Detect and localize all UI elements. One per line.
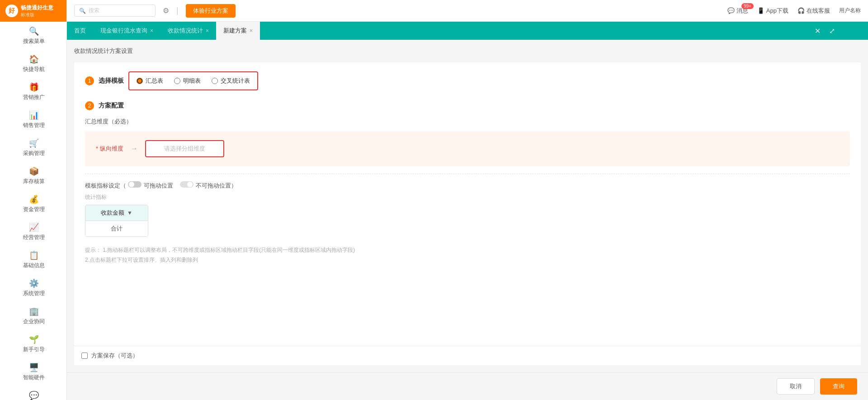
template-options: 汇总表 明细表 交叉统计表 xyxy=(128,71,258,90)
sidebar-item-sales[interactable]: 📊 销售管理 xyxy=(0,106,66,134)
dimension-selector[interactable]: 请选择分组维度 xyxy=(145,140,224,157)
message-btn[interactable]: 💬 消息 99+ xyxy=(727,7,748,15)
service-icon: 🎧 xyxy=(797,7,805,14)
operations-icon: 📈 xyxy=(29,222,39,232)
stats-table: 收款金额 ▼ 合计 xyxy=(85,205,148,237)
radio-detail-label: 明细表 xyxy=(183,77,201,85)
step1-header: 1 选择模板 汇总表 明细表 交叉统计表 xyxy=(85,71,850,90)
sidebar-item-inventory[interactable]: 📦 库存核算 xyxy=(0,162,66,190)
industry-btn[interactable]: 体验行业方案 xyxy=(186,4,236,18)
radio-detail[interactable]: 明细表 xyxy=(174,77,201,85)
metrics-header: 模板指标设定（ 可拖动位置 不可拖动位置） xyxy=(85,181,850,190)
step2-header: 2 方案配置 xyxy=(85,101,850,110)
sidebar-item-guide[interactable]: 🌱 新手引导 xyxy=(0,330,66,358)
logo-icon: 好 xyxy=(5,5,18,17)
stats-table-container: 统计指标 收款金额 ▼ 合计 xyxy=(85,193,850,238)
user-info[interactable]: 用户名称 xyxy=(839,7,861,14)
sidebar-nav: 🔍 搜索菜单 🏠 快捷导航 🎁 营销推广 📊 销售管理 🛒 采购管理 📦 库存核… xyxy=(0,22,66,400)
stats-table-total: 合计 xyxy=(85,221,148,236)
message-icon: 💬 xyxy=(727,7,735,14)
main-card: 1 选择模板 汇总表 明细表 交叉统计表 xyxy=(74,62,861,346)
search-icon: 🔍 xyxy=(79,8,86,14)
radio-cross-label: 交叉统计表 xyxy=(221,77,250,85)
step1-title: 选择模板 xyxy=(99,77,124,85)
radio-cross-input[interactable] xyxy=(212,78,218,84)
sidebar-item-label: 采购管理 xyxy=(23,150,45,157)
close-window-btn[interactable]: ✕ xyxy=(812,25,823,36)
tab-new-plan-close[interactable]: × xyxy=(250,28,253,34)
sidebar-item-label: 智能硬件 xyxy=(23,374,45,381)
user-name: 用户名称 xyxy=(839,7,861,14)
tab-bank[interactable]: 现金银行流水查询 × xyxy=(93,22,160,40)
save-option: 方案保存（可选） xyxy=(74,346,861,365)
search-nav-icon: 🔍 xyxy=(29,26,39,36)
app-icon: 📱 xyxy=(757,7,764,14)
tab-home[interactable]: 首页 xyxy=(67,22,93,40)
sidebar-item-finance[interactable]: 💰 资金管理 xyxy=(0,190,66,218)
sidebar-item-label: 资金管理 xyxy=(23,206,45,213)
sidebar-item-basic[interactable]: 📋 基础信息 xyxy=(0,246,66,274)
purchase-icon: 🛒 xyxy=(29,138,39,148)
tip1-text: 提示： 1.拖动标题栏可以调整布局，不可跨维度或指标区域拖动栏目字段(只能在同一… xyxy=(85,245,850,255)
topbar: 🔍 搜索 ⚙ | 体验行业方案 💬 消息 99+ 📱 App下载 🎧 在线客服 … xyxy=(67,0,868,22)
sidebar-item-marketing[interactable]: 🎁 营销推广 xyxy=(0,78,66,106)
maximize-btn[interactable]: ⤢ xyxy=(826,25,837,36)
topbar-search-box[interactable]: 🔍 搜索 xyxy=(74,5,156,17)
topbar-right: 💬 消息 99+ 📱 App下载 🎧 在线客服 用户名称 xyxy=(727,7,861,15)
sidebar-item-system[interactable]: ⚙️ 系统管理 xyxy=(0,274,66,302)
tab-bar: 首页 现金银行流水查询 × 收款情况统计 × 新建方案 × ✕ ⤢ xyxy=(67,22,868,40)
radio-detail-input[interactable] xyxy=(174,78,180,84)
save-label: 方案保存（可选） xyxy=(91,352,138,360)
save-checkbox[interactable] xyxy=(81,353,88,359)
topbar-gear[interactable]: ⚙ xyxy=(163,6,169,15)
step2-section: 2 方案配置 汇总维度（必选） 纵向维度 → 请选择分组维度 xyxy=(85,101,850,265)
guide-icon: 🌱 xyxy=(29,334,39,344)
message-count: 99+ xyxy=(741,3,754,9)
tab-collection-close[interactable]: × xyxy=(206,28,209,34)
tab-new-plan-label: 新建方案 xyxy=(223,27,247,35)
tab-collection[interactable]: 收款情况统计 × xyxy=(160,22,216,40)
radio-summary-input[interactable] xyxy=(137,78,143,84)
radio-cross[interactable]: 交叉统计表 xyxy=(212,77,250,85)
dimension-row: 纵向维度 → 请选择分组维度 xyxy=(96,140,839,157)
sidebar: 好 畅捷通好生意 标准版 🔍 搜索菜单 🏠 快捷导航 🎁 营销推广 📊 销售管理… xyxy=(0,0,67,400)
finance-icon: 💰 xyxy=(29,194,39,204)
home-icon: 🏠 xyxy=(29,54,39,64)
sidebar-item-purchase[interactable]: 🛒 采购管理 xyxy=(0,134,66,162)
dimension-section-label: 汇总维度（必选） xyxy=(85,118,850,126)
arrow-icon: → xyxy=(131,145,138,153)
page-title: 收款情况统计方案设置 xyxy=(74,47,861,55)
sidebar-item-nav[interactable]: 🏠 快捷导航 xyxy=(0,50,66,78)
sidebar-item-label: 快捷导航 xyxy=(23,66,45,73)
sidebar-item-wechat[interactable]: 💬 企业微信 xyxy=(0,386,66,400)
footer-actions: 取消 查询 xyxy=(67,372,868,400)
sidebar-item-label: 基础信息 xyxy=(23,262,45,269)
query-button[interactable]: 查询 xyxy=(820,378,857,395)
sidebar-item-label: 搜索菜单 xyxy=(23,38,45,45)
cancel-button[interactable]: 取消 xyxy=(777,378,815,395)
tab-new-plan[interactable]: 新建方案 × xyxy=(216,22,260,40)
sales-icon: 📊 xyxy=(29,110,39,120)
tabs-actions: ✕ ⤢ xyxy=(812,25,841,36)
chevron-down-icon[interactable]: ▼ xyxy=(127,210,132,216)
divider: | xyxy=(176,6,179,15)
sidebar-item-operations[interactable]: 📈 经营管理 xyxy=(0,218,66,246)
sidebar-item-search[interactable]: 🔍 搜索菜单 xyxy=(0,22,66,50)
radio-summary[interactable]: 汇总表 xyxy=(137,77,163,85)
vertical-label: 纵向维度 xyxy=(96,145,123,153)
sidebar-item-label: 企业协同 xyxy=(23,318,45,325)
basic-icon: 📋 xyxy=(29,250,39,260)
stats-section-title: 统计指标 xyxy=(85,193,850,201)
tab-bank-close[interactable]: × xyxy=(150,28,153,34)
sidebar-item-label: 销售管理 xyxy=(23,122,45,129)
tab-bank-label: 现金银行流水查询 xyxy=(100,27,147,35)
app-download-btn[interactable]: 📱 App下载 xyxy=(757,7,788,15)
sidebar-item-label: 经营管理 xyxy=(23,234,45,241)
sidebar-item-enterprise[interactable]: 🏢 企业协同 xyxy=(0,302,66,330)
no-drag-indicator xyxy=(180,181,193,188)
service-label: 在线客服 xyxy=(807,7,830,15)
sidebar-item-hardware[interactable]: 🖥️ 智能硬件 xyxy=(0,358,66,386)
sidebar-item-label: 系统管理 xyxy=(23,290,45,297)
sidebar-item-label: 营销推广 xyxy=(23,94,45,101)
service-btn[interactable]: 🎧 在线客服 xyxy=(797,7,830,15)
